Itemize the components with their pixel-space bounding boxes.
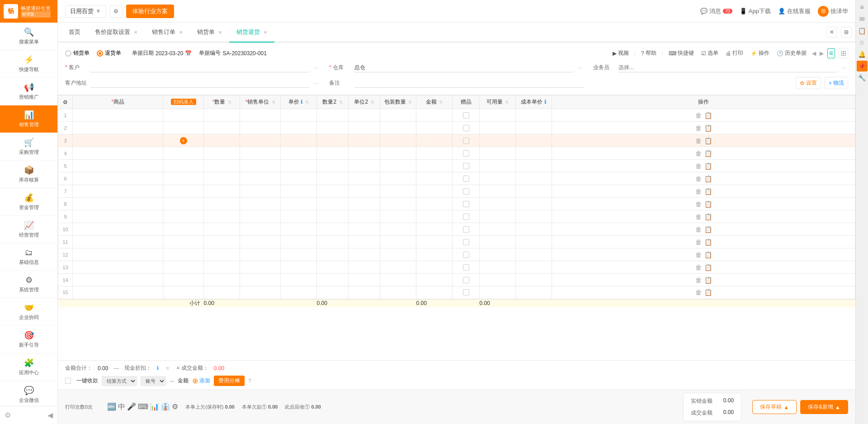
row-qty-4[interactable]	[204, 147, 240, 160]
rp-icon-7[interactable]: 🔧	[857, 72, 868, 83]
row-unit-price-13[interactable]	[281, 261, 317, 274]
row-amount-10[interactable]	[416, 223, 453, 236]
row-unit2-3[interactable]	[349, 134, 380, 147]
row-cost-unit-1[interactable]	[516, 109, 552, 122]
row-qty-8[interactable]	[204, 198, 240, 210]
row-product-4[interactable]	[73, 147, 163, 160]
row-gift-4[interactable]	[453, 147, 480, 160]
row-copy-icon-2[interactable]: 📋	[704, 124, 712, 132]
tool-icon-2[interactable]: 中	[118, 402, 125, 412]
row-cost-unit-14[interactable]	[516, 274, 552, 286]
row-qty2-10[interactable]	[317, 223, 349, 236]
row-pack-qty-3[interactable]	[380, 134, 416, 147]
gift-checkbox-3[interactable]	[463, 138, 469, 144]
row-cost-unit-9[interactable]	[516, 210, 552, 223]
row-sale-unit-13[interactable]	[240, 261, 281, 274]
row-sale-unit-5[interactable]	[240, 160, 281, 172]
tab-sale-price[interactable]: 售价提取设置 ✕	[88, 23, 145, 43]
rp-icon-3[interactable]: 📋	[857, 25, 868, 36]
row-qty-3[interactable]	[204, 134, 240, 147]
rp-icon-4[interactable]: ☆	[857, 37, 868, 48]
gift-checkbox-8[interactable]	[463, 201, 469, 207]
row-unit2-8[interactable]	[349, 198, 380, 210]
col-unit2-sort[interactable]: ⇅	[371, 100, 374, 105]
row-delete-icon-3[interactable]: 🗑	[695, 137, 702, 144]
row-copy-icon-13[interactable]: 📋	[704, 264, 712, 271]
tool-icon-3[interactable]: 🎤	[127, 402, 136, 412]
sidebar-item-system[interactable]: ⚙ 系统管理	[0, 271, 57, 298]
row-amount-15[interactable]	[416, 286, 453, 299]
row-gift-10[interactable]	[453, 223, 480, 236]
view-list-icon[interactable]: ≡	[827, 48, 835, 58]
row-amount-1[interactable]	[416, 109, 453, 122]
tab-close-sale-price[interactable]: ✕	[134, 30, 137, 35]
sidebar-item-marketing[interactable]: 📢 营销推广	[0, 78, 57, 105]
sidebar-collapse-icon[interactable]: ◀	[47, 411, 53, 419]
row-cost-unit-4[interactable]	[516, 147, 552, 160]
row-available-3[interactable]	[480, 134, 516, 147]
gift-checkbox-2[interactable]	[463, 125, 469, 131]
calc-method-select[interactable]: 结算方式	[102, 376, 137, 386]
row-unit-price-14[interactable]	[281, 274, 317, 286]
row-qty2-12[interactable]	[317, 248, 349, 261]
radio-return[interactable]: 退货单	[97, 49, 121, 57]
row-pack-qty-15[interactable]	[380, 286, 416, 299]
row-sale-unit-10[interactable]	[240, 223, 281, 236]
row-qty2-8[interactable]	[317, 198, 349, 210]
product-input-3[interactable]	[75, 138, 160, 144]
sidebar-item-basic[interactable]: 🗂 基础信息	[0, 243, 57, 271]
row-unit2-11[interactable]	[349, 236, 380, 248]
row-unit2-6[interactable]	[349, 172, 380, 185]
row-amount-2[interactable]	[416, 122, 453, 134]
row-copy-icon-15[interactable]: 📋	[704, 289, 712, 296]
row-qty2-5[interactable]	[317, 160, 349, 172]
row-amount-14[interactable]	[416, 274, 453, 286]
row-cost-unit-5[interactable]	[516, 160, 552, 172]
row-pack-qty-13[interactable]	[380, 261, 416, 274]
row-sale-unit-7[interactable]	[240, 185, 281, 198]
col-amount-sort[interactable]: ⇅	[439, 100, 443, 105]
row-qty-10[interactable]	[204, 223, 240, 236]
row-sale-unit-8[interactable]	[240, 198, 281, 210]
row-copy-icon-4[interactable]: 📋	[704, 150, 712, 157]
discount-tip-icon[interactable]: ℹ	[157, 365, 159, 371]
row-product-1[interactable]	[73, 109, 163, 122]
row-delete-icon-6[interactable]: 🗑	[695, 175, 702, 182]
row-sale-unit-14[interactable]	[240, 274, 281, 286]
rp-icon-6[interactable]: 📌	[857, 61, 868, 71]
row-available-10[interactable]	[480, 223, 516, 236]
logistics-btn[interactable]: + 物流	[825, 77, 848, 89]
gift-checkbox-7[interactable]	[463, 188, 469, 195]
row-sale-unit-15[interactable]	[240, 286, 281, 299]
row-sale-unit-9[interactable]	[240, 210, 281, 223]
row-delete-icon-8[interactable]: 🗑	[695, 200, 702, 208]
row-amount-12[interactable]	[416, 248, 453, 261]
row-unit2-7[interactable]	[349, 185, 380, 198]
warehouse-dots-btn[interactable]: ···	[576, 65, 584, 71]
row-available-11[interactable]	[480, 236, 516, 248]
row-qty2-9[interactable]	[317, 210, 349, 223]
row-unit-price-1[interactable]	[281, 109, 317, 122]
row-copy-icon-6[interactable]: 📋	[704, 175, 712, 182]
row-unit-price-9[interactable]	[281, 210, 317, 223]
nav-prev-icon[interactable]: ◀	[812, 50, 816, 57]
row-amount-3[interactable]	[416, 134, 453, 147]
row-gift-9[interactable]	[453, 210, 480, 223]
unit-price-tip-icon[interactable]: ℹ	[301, 99, 303, 105]
col-quantity2-sort[interactable]: ⇅	[339, 100, 343, 105]
row-product-9[interactable]	[73, 210, 163, 223]
row-product-15[interactable]	[73, 286, 163, 299]
sidebar-item-apps[interactable]: 🧩 应用中心	[0, 353, 57, 381]
rp-icon-1[interactable]: ≡	[857, 2, 868, 13]
help-btn[interactable]: ? 帮助	[639, 48, 658, 58]
row-cost-unit-2[interactable]	[516, 122, 552, 134]
sidebar-item-sales[interactable]: 📊 销售管理	[0, 105, 57, 133]
row-available-13[interactable]	[480, 261, 516, 274]
gift-checkbox-10[interactable]	[463, 226, 469, 233]
row-pack-qty-5[interactable]	[380, 160, 416, 172]
row-product-14[interactable]	[73, 274, 163, 286]
row-cost-unit-6[interactable]	[516, 172, 552, 185]
row-cost-unit-7[interactable]	[516, 185, 552, 198]
row-unit-price-2[interactable]	[281, 122, 317, 134]
gift-checkbox-11[interactable]	[463, 239, 469, 245]
